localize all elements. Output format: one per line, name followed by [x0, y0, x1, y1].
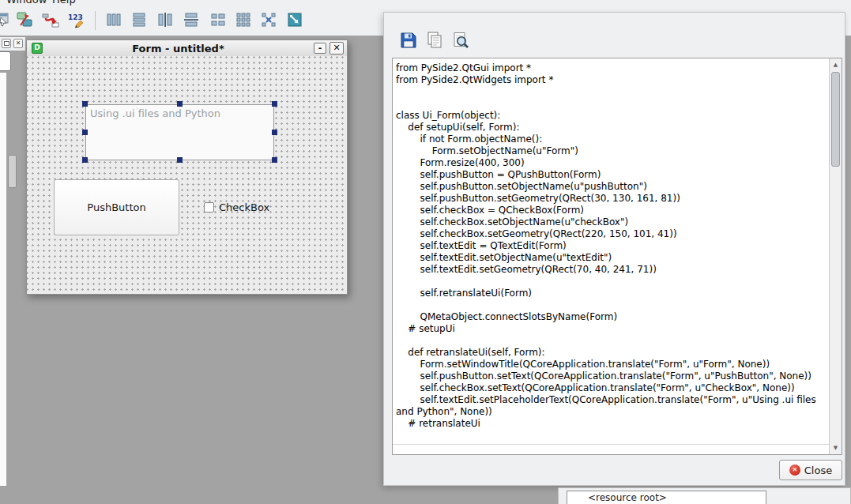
selection-handle-bottom-mid[interactable] — [177, 157, 183, 163]
code-view[interactable]: from PySide2.QtGui import * from PySide2… — [392, 58, 842, 455]
form-window-titlebar[interactable]: D Form - untitled* - ✕ — [27, 40, 347, 57]
break-layout-icon[interactable] — [259, 10, 278, 29]
dialog-close-button[interactable]: ✕ Close — [779, 460, 842, 480]
selection-handle-bottom-right[interactable] — [272, 157, 277, 163]
code-preview-dialog: from PySide2.QtGui import * from PySide2… — [383, 12, 845, 486]
form-window-icon: D — [32, 43, 43, 54]
save-icon[interactable] — [398, 30, 419, 51]
selection-handle-mid-left[interactable] — [82, 130, 88, 135]
form-canvas[interactable]: PushButton CheckBox — [27, 56, 347, 294]
resource-dialog-fragment: <resource root> — [558, 487, 851, 504]
menubar: Window Help — [0, 0, 316, 6]
dock-titlebar-fragment: ✕ — [0, 37, 25, 51]
edit-buddies-icon[interactable] — [41, 10, 60, 29]
checkbox-label: CheckBox — [219, 201, 269, 213]
edit-tab-order-icon[interactable]: 123 — [66, 10, 85, 29]
scrollbar-thumb[interactable] — [831, 72, 840, 167]
close-button[interactable]: ✕ — [329, 42, 344, 55]
selection-handle-mid-right[interactable] — [272, 130, 277, 135]
dock-float-icon[interactable] — [2, 39, 11, 48]
qt-designer-screen: Window Help 123 — [0, 0, 851, 504]
pushbutton-widget[interactable]: PushButton — [54, 179, 179, 235]
resource-tree[interactable]: <resource root> — [567, 491, 766, 504]
code-vertical-scrollbar[interactable]: ▲ ▼ — [829, 58, 842, 454]
edit-widgets-icon[interactable] — [0, 10, 12, 29]
resource-root-item[interactable]: <resource root> — [567, 491, 766, 503]
lay-out-vertically-in-splitter-icon[interactable] — [182, 10, 201, 29]
filter-input-fragment[interactable] — [0, 51, 11, 71]
menu-window[interactable]: Window — [6, 0, 47, 6]
lay-out-in-form-layout-icon[interactable] — [209, 10, 228, 29]
svg-text:123: 123 — [68, 13, 83, 21]
lay-out-in-grid-icon[interactable] — [234, 10, 253, 29]
dock-close-icon[interactable]: ✕ — [13, 39, 23, 48]
scroll-down-icon[interactable]: ▼ — [830, 442, 842, 454]
close-circle-icon: ✕ — [789, 465, 800, 476]
panel-scrollbar-thumb[interactable] — [8, 155, 17, 188]
viewport-bottom-line — [393, 444, 829, 445]
find-icon[interactable] — [450, 30, 471, 51]
minimize-button[interactable]: - — [314, 43, 326, 54]
lay-out-horizontally-icon[interactable] — [104, 10, 123, 29]
selection-handle-top-right[interactable] — [272, 101, 277, 107]
toolbar-separator — [95, 11, 96, 30]
selection-handle-bottom-left[interactable] — [82, 157, 88, 163]
adjust-size-icon[interactable] — [285, 10, 304, 29]
form-designer-window: D Form - untitled* - ✕ PushButton CheckB… — [26, 39, 348, 295]
widgetbox-panel-edge — [0, 73, 7, 486]
lay-out-horizontally-in-splitter-icon[interactable] — [156, 10, 175, 29]
form-window-title: Form - untitled* — [43, 43, 314, 55]
selection-handle-top-left[interactable] — [82, 101, 88, 107]
close-button-label: Close — [804, 465, 832, 476]
checkbox-widget[interactable]: CheckBox — [204, 201, 269, 213]
lay-out-vertically-icon[interactable] — [130, 10, 149, 29]
copy-icon[interactable] — [424, 30, 445, 51]
selection-handle-top-mid[interactable] — [177, 101, 183, 107]
textedit-widget[interactable] — [85, 104, 274, 160]
edit-signals-slots-icon[interactable] — [15, 10, 34, 29]
scroll-up-icon[interactable]: ▲ — [830, 58, 842, 71]
menu-help[interactable]: Help — [52, 0, 76, 6]
checkbox-indicator-icon[interactable] — [204, 202, 214, 213]
generated-python-code: from PySide2.QtGui import * from PySide2… — [393, 58, 829, 434]
